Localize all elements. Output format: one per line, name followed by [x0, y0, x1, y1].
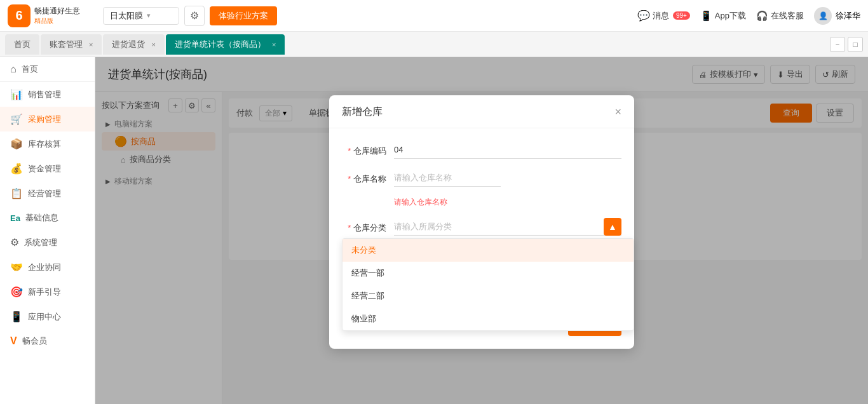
sidebar-item-inventory[interactable]: 📦 库存核算: [0, 131, 95, 156]
tab-home[interactable]: 首页: [5, 34, 39, 55]
name-label: 仓库名称: [342, 169, 386, 185]
online-service-button[interactable]: 🎧 在线客服: [756, 10, 804, 22]
sidebar-item-sales[interactable]: 📊 销售管理: [0, 82, 95, 107]
inventory-icon: 📦: [10, 138, 23, 150]
dropdown-item-dept3[interactable]: 物业部: [342, 307, 634, 330]
basic-info-icon: Ea: [10, 213, 20, 223]
name-input[interactable]: [394, 169, 501, 187]
category-row: 仓库分类 ▲ 未分类 经营一部 经营二部 物业部: [342, 218, 621, 236]
sidebar-item-system[interactable]: ⚙ 系统管理: [0, 230, 95, 255]
dialog-header: 新增仓库 ×: [329, 95, 634, 128]
name-row: 仓库名称 请输入仓库名称: [342, 169, 621, 208]
app-logo-icon: 6: [8, 4, 31, 27]
finance-icon: 💰: [10, 163, 23, 175]
store-selector[interactable]: 日太阳膜 ▾: [103, 7, 179, 25]
logo-text: 畅捷通好生意 精品版: [34, 6, 80, 25]
main-layout: ⌂ 首页 📊 销售管理 🛒 采购管理 📦 库存核算 💰 资金管理 📋 经营管理 …: [0, 57, 868, 404]
tab-account[interactable]: 账套管理 ×: [41, 34, 102, 55]
code-label: 仓库编码: [342, 141, 386, 157]
dialog-title: 新增仓库: [342, 105, 383, 119]
sidebar-item-vip[interactable]: V 畅会员: [0, 329, 95, 353]
dropdown-item-dept1[interactable]: 经营一部: [342, 262, 634, 285]
apps-icon: 📱: [10, 311, 23, 323]
purchase-icon: 🛒: [10, 113, 23, 125]
sidebar: ⌂ 首页 📊 销售管理 🛒 采购管理 📦 库存核算 💰 资金管理 📋 经营管理 …: [0, 57, 95, 404]
logo-area: 6 畅捷通好生意 精品版: [8, 4, 103, 27]
sidebar-item-finance[interactable]: 💰 资金管理: [0, 156, 95, 181]
header-center: 日太阳膜 ▾ ⚙ 体验行业方案: [103, 6, 637, 26]
notifications-button[interactable]: 💬 消息 99+: [637, 10, 690, 22]
top-header: 6 畅捷通好生意 精品版 日太阳膜 ▾ ⚙ 体验行业方案 💬 消息 99+ 📱 …: [0, 0, 868, 32]
sidebar-item-purchase[interactable]: 🛒 采购管理: [0, 107, 95, 131]
category-input[interactable]: [394, 218, 621, 236]
name-error-message: 请输入仓库名称: [394, 197, 447, 208]
dialog-overlay: 新增仓库 × 仓库编码 仓库名称: [95, 57, 868, 404]
operations-icon: 📋: [10, 187, 23, 199]
tab-actions: － □: [830, 37, 863, 52]
tab-purchase-stat[interactable]: 进货单统计表（按商品） ×: [166, 34, 285, 55]
content-area: 进货单统计(按商品) 🖨 按模板打印 ▾ ⬇ 导出 ↺ 刷新: [95, 57, 868, 404]
sidebar-item-guide[interactable]: 🎯 新手引导: [0, 279, 95, 304]
tab-close-icon[interactable]: ×: [272, 41, 276, 48]
tab-minimize-button[interactable]: －: [830, 37, 845, 52]
code-input[interactable]: [394, 141, 621, 159]
avatar: 👤: [814, 7, 832, 25]
notification-badge: 99+: [673, 11, 690, 20]
dropdown-item-uncategorized[interactable]: 未分类: [342, 239, 634, 262]
guide-icon: 🎯: [10, 286, 23, 298]
tab-close-icon[interactable]: ×: [89, 41, 93, 48]
sidebar-item-enterprise[interactable]: 🤝 企业协同: [0, 255, 95, 279]
settings-icon[interactable]: ⚙: [184, 6, 205, 26]
category-wrap: ▲ 未分类 经营一部 经营二部 物业部: [394, 218, 621, 236]
tab-bar: 首页 账套管理 × 进货退货 × 进货单统计表（按商品） × － □: [0, 32, 868, 57]
sidebar-item-home[interactable]: ⌂ 首页: [0, 57, 95, 81]
header-right: 💬 消息 99+ 📱 App下载 🎧 在线客服 👤 徐泽华: [637, 7, 860, 25]
vip-icon: V: [10, 335, 17, 347]
sidebar-item-basic-info[interactable]: Ea 基础信息: [0, 206, 95, 230]
category-label: 仓库分类: [342, 218, 386, 234]
enterprise-icon: 🤝: [10, 261, 23, 273]
app-download-button[interactable]: 📱 App下载: [700, 10, 746, 22]
sidebar-item-operations[interactable]: 📋 经营管理: [0, 181, 95, 206]
sidebar-item-apps[interactable]: 📱 应用中心: [0, 304, 95, 329]
add-warehouse-dialog: 新增仓库 × 仓库编码 仓库名称: [329, 95, 634, 349]
tab-close-icon[interactable]: ×: [151, 41, 155, 48]
dialog-close-button[interactable]: ×: [614, 105, 621, 119]
trial-button[interactable]: 体验行业方案: [210, 6, 277, 25]
tab-purchase-return[interactable]: 进货退货 ×: [103, 34, 164, 55]
user-menu[interactable]: 👤 徐泽华: [814, 7, 860, 25]
category-toggle-button[interactable]: ▲: [604, 218, 621, 236]
sales-icon: 📊: [10, 88, 23, 100]
home-icon: ⌂: [10, 64, 17, 75]
dialog-body: 仓库编码 仓库名称 请输入仓库名称: [329, 128, 634, 307]
dropdown-item-dept2[interactable]: 经营二部: [342, 285, 634, 307]
tab-maximize-button[interactable]: □: [848, 37, 863, 52]
code-row: 仓库编码: [342, 141, 621, 159]
system-icon: ⚙: [10, 236, 19, 248]
category-dropdown: 未分类 经营一部 经营二部 物业部: [342, 238, 634, 331]
